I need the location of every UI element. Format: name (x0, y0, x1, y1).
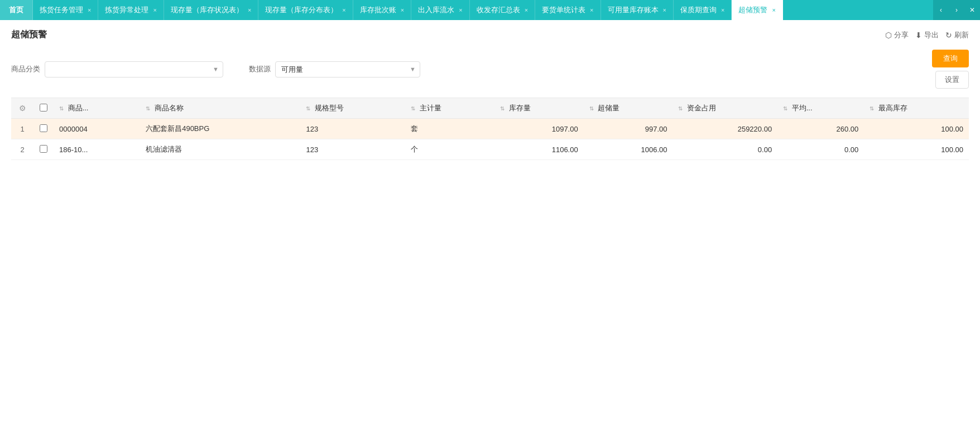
th-stock[interactable]: ⇅ 库存量 (494, 98, 584, 119)
category-select[interactable] (45, 61, 223, 77)
nav-tab-task-mgmt[interactable]: 拣货任务管理 × (33, 0, 98, 20)
th-unit[interactable]: ⇅ 主计量 (405, 98, 494, 119)
row-2-spec: 123 (300, 139, 405, 160)
category-select-wrapper: ▼ (45, 61, 223, 77)
close-tab-task-mgmt[interactable]: × (88, 0, 91, 20)
data-table: ⚙ ⇅ 商品... ⇅ 商品名称 ⇅ 规格型号 ⇅ (11, 98, 969, 160)
sort-icon-stock: ⇅ (500, 105, 505, 112)
table-header-row: ⚙ ⇅ 商品... ⇅ 商品名称 ⇅ 规格型号 ⇅ (11, 98, 969, 119)
nav-arrow-left[interactable]: ‹ (933, 0, 949, 20)
close-tab-inout-flow[interactable]: × (459, 0, 462, 20)
row-checkbox-2[interactable] (33, 139, 54, 160)
top-nav: 首页 拣货任务管理 × 拣货异常处理 × 现存量（库存状况表） × 现存量（库存… (0, 0, 980, 20)
sort-icon-capital: ⇅ (678, 105, 683, 112)
nav-tab-avail-inventory[interactable]: 可用量库存账本 × (601, 0, 674, 20)
datasource-select[interactable]: 可用量 (275, 61, 420, 77)
row-2-avg: 0.00 (777, 139, 864, 160)
sort-icon-unit: ⇅ (411, 105, 415, 112)
datasource-label: 数据源 (249, 64, 271, 74)
row-2-checkbox[interactable] (40, 145, 47, 153)
nav-arrows: ‹ › ✕ (933, 0, 980, 20)
nav-tab-abnormal[interactable]: 拣货异常处理 × (98, 0, 164, 20)
nav-arrow-right[interactable]: › (949, 0, 964, 20)
query-button[interactable]: 查询 (932, 50, 969, 67)
refresh-button[interactable]: ↻ 刷新 (945, 30, 969, 40)
page-header: 超储预警 ⬡ 分享 ⬇ 导出 ↻ 刷新 (11, 29, 969, 41)
sort-icon-max-stock: ⇅ (869, 105, 874, 112)
gear-icon: ⚙ (19, 104, 26, 113)
sort-icon-avg: ⇅ (783, 105, 787, 112)
row-2-overstock: 1006.00 (584, 139, 673, 160)
sort-icon-product-name: ⇅ (146, 105, 150, 112)
sort-icon-product-code: ⇅ (59, 105, 64, 112)
row-1-overstock: 997.00 (584, 119, 673, 139)
nav-tab-inout-flow[interactable]: 出入库流水 × (411, 0, 469, 20)
nav-tab-shelf-life[interactable]: 保质期查询 × (674, 0, 732, 20)
close-tab-recv-send[interactable]: × (525, 0, 528, 20)
th-select-all[interactable] (33, 98, 54, 119)
row-2-capital: 0.00 (672, 139, 777, 160)
close-tab-shelf-life[interactable]: × (721, 0, 724, 20)
select-all-checkbox[interactable] (40, 104, 47, 112)
row-2-unit: 个 (405, 139, 494, 160)
row-2-product-name: 机油滤清器 (140, 139, 300, 160)
row-2-max-stock: 100.00 (864, 139, 969, 160)
th-max-stock[interactable]: ⇅ 最高库存 (864, 98, 969, 119)
sort-icon-spec: ⇅ (306, 105, 310, 112)
row-1-unit: 套 (405, 119, 494, 139)
row-2-product-code: 186-10... (54, 139, 140, 160)
refresh-icon: ↻ (945, 31, 952, 40)
nav-tab-overstock[interactable]: 超储预警 × (732, 0, 782, 20)
row-1-capital: 259220.00 (672, 119, 777, 139)
close-tab-inventory-dist[interactable]: × (342, 0, 345, 20)
datasource-filter-group: 数据源 可用量 ▼ (249, 61, 420, 77)
category-filter-group: 商品分类 ▼ (11, 61, 223, 77)
th-product-code[interactable]: ⇅ 商品... (54, 98, 140, 119)
nav-tab-inventory-dist[interactable]: 现存量（库存分布表） × (258, 0, 353, 20)
row-1-max-stock: 100.00 (864, 119, 969, 139)
page-content: 超储预警 ⬡ 分享 ⬇ 导出 ↻ 刷新 商品分类 ▼ (0, 20, 980, 446)
nav-home[interactable]: 首页 (0, 0, 33, 20)
export-button[interactable]: ⬇ 导出 (915, 30, 939, 40)
sort-icon-overstock: ⇅ (589, 105, 594, 112)
row-1-checkbox[interactable] (40, 124, 47, 132)
filter-right-buttons: 查询 设置 (932, 50, 969, 89)
nav-arrow-close[interactable]: ✕ (964, 0, 980, 20)
th-capital[interactable]: ⇅ 资金占用 (672, 98, 777, 119)
nav-tab-batch-account[interactable]: 库存批次账 × (353, 0, 411, 20)
close-tab-inventory-status[interactable]: × (248, 0, 251, 20)
row-index-1: 1 (11, 119, 33, 139)
header-actions: ⬡ 分享 ⬇ 导出 ↻ 刷新 (885, 30, 969, 40)
row-1-spec: 123 (300, 119, 405, 139)
th-product-name[interactable]: ⇅ 商品名称 (140, 98, 300, 119)
datasource-select-wrapper: 可用量 ▼ (275, 61, 420, 77)
row-2-stock: 1106.00 (494, 139, 584, 160)
page-title: 超储预警 (11, 29, 47, 41)
close-tab-avail-inventory[interactable]: × (663, 0, 666, 20)
row-1-avg: 260.00 (777, 119, 864, 139)
th-avg[interactable]: ⇅ 平均... (777, 98, 864, 119)
th-gear[interactable]: ⚙ (11, 98, 33, 119)
settings-button[interactable]: 设置 (935, 71, 969, 89)
row-1-product-code: 0000004 (54, 119, 140, 139)
nav-tab-recv-send[interactable]: 收发存汇总表 × (470, 0, 535, 20)
row-index-2: 2 (11, 139, 33, 160)
table-row: 1 0000004 六配套新昌490BPG 123 套 1097.00 997.… (11, 119, 969, 139)
close-tab-order-stats[interactable]: × (590, 0, 593, 20)
row-1-product-name: 六配套新昌490BPG (140, 119, 300, 139)
close-tab-overstock[interactable]: × (772, 0, 775, 20)
row-1-stock: 1097.00 (494, 119, 584, 139)
filter-area: 商品分类 ▼ 数据源 可用量 ▼ 查询 设置 (11, 50, 969, 89)
share-icon: ⬡ (885, 31, 892, 40)
row-checkbox-1[interactable] (33, 119, 54, 139)
close-tab-batch-account[interactable]: × (401, 0, 404, 20)
share-button[interactable]: ⬡ 分享 (885, 30, 909, 40)
th-overstock[interactable]: ⇅ 超储量 (584, 98, 673, 119)
table-row: 2 186-10... 机油滤清器 123 个 1106.00 1006.00 … (11, 139, 969, 160)
nav-tab-order-stats[interactable]: 要货单统计表 × (535, 0, 601, 20)
category-label: 商品分类 (11, 64, 40, 74)
export-icon: ⬇ (915, 31, 922, 40)
close-tab-abnormal[interactable]: × (153, 0, 156, 20)
th-spec[interactable]: ⇅ 规格型号 (300, 98, 405, 119)
nav-tab-inventory-status[interactable]: 现存量（库存状况表） × (164, 0, 258, 20)
